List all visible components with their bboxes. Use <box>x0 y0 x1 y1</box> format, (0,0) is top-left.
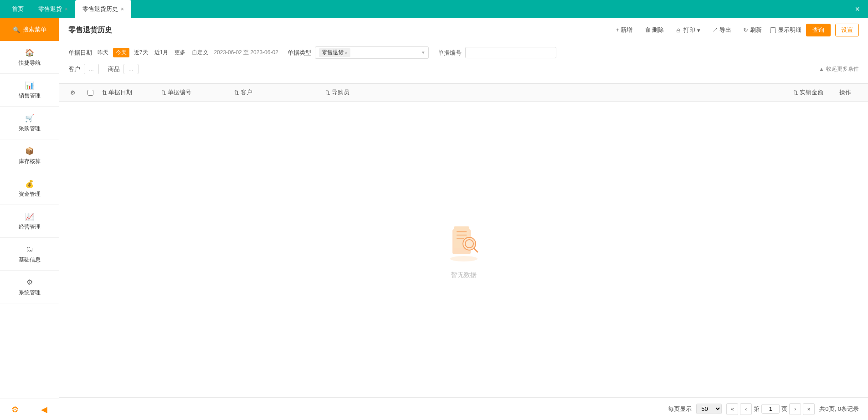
last-page-icon: » <box>807 406 811 412</box>
customer-filter-label: 客户 <box>68 65 80 73</box>
order-no-label: 单据编号 <box>438 49 462 57</box>
export-button[interactable]: ↗ 导出 <box>709 24 735 36</box>
tab-retail-return[interactable]: 零售退货 × <box>31 0 75 18</box>
sort-date-icon: ⇅ <box>102 89 107 96</box>
date-shortcuts: 昨天 今天 近7天 近1月 更多 自定义 <box>96 48 210 57</box>
sidebar-item-operations[interactable]: 📈 经营管理 <box>0 205 59 238</box>
sidebar-item-sales[interactable]: 📊 销售管理 <box>0 74 59 107</box>
th-amount-label: 实销金额 <box>800 88 823 97</box>
date-filter: 单据日期 昨天 今天 近7天 近1月 更多 自定义 2023-06-02 至 2… <box>68 48 278 57</box>
show-detail-checkbox-label[interactable]: 显示明细 <box>770 26 801 34</box>
type-tag-close[interactable]: × <box>345 50 348 56</box>
jump-label: 第 <box>754 405 760 413</box>
table-header: ⚙ ⇅ 单据日期 ⇅ 单据编号 ⇅ 客户 ⇅ <box>59 83 868 102</box>
top-bar: 首页 零售退货 × 零售退货历史 × × <box>0 0 868 18</box>
sidebar-item-inventory[interactable]: 📦 库存核算 <box>0 139 59 172</box>
system-icon: ⚙ <box>25 277 35 287</box>
date-shortcut-1month[interactable]: 近1月 <box>153 48 170 57</box>
type-select-arrow-icon: ▾ <box>422 50 425 56</box>
next-page-button[interactable]: › <box>789 403 801 415</box>
new-button[interactable]: + 新增 <box>612 24 636 36</box>
date-range-display: 2023-06-02 至 2023-06-02 <box>214 49 278 56</box>
sidebar: 🔍 搜索菜单 🏠 快捷导航 📊 销售管理 🛒 采购管理 📦 库存核算 💰 资金管… <box>0 18 59 420</box>
collapse-sidebar-icon[interactable]: ◀ <box>41 405 47 415</box>
search-icon: 🔍 <box>13 26 20 33</box>
tab-retail-return-history-close[interactable]: × <box>121 6 124 12</box>
th-action-label: 操作 <box>839 88 851 97</box>
main-layout: 🔍 搜索菜单 🏠 快捷导航 📊 销售管理 🛒 采购管理 📦 库存核算 💰 资金管… <box>0 18 868 420</box>
finance-icon: 💰 <box>25 179 35 189</box>
page-number-input[interactable] <box>761 404 780 414</box>
page-title: 零售退货历史 <box>68 26 112 35</box>
collapse-filter-button[interactable]: ▲ 收起更多条件 <box>819 62 859 76</box>
sidebar-item-system[interactable]: ⚙ 系统管理 <box>0 271 59 303</box>
sidebar-search-label: 搜索菜单 <box>23 26 46 34</box>
th-guide-label: 导购员 <box>332 88 349 97</box>
print-button[interactable]: 🖨 打印 ▾ <box>672 24 704 36</box>
inventory-icon: 📦 <box>25 146 35 156</box>
date-shortcut-today[interactable]: 今天 <box>113 48 129 57</box>
refresh-button[interactable]: ↻ 刷新 <box>740 24 765 36</box>
delete-button[interactable]: 🗑 删除 <box>641 24 668 36</box>
date-shortcut-yesterday[interactable]: 昨天 <box>96 48 110 57</box>
close-window-button[interactable]: × <box>851 5 863 14</box>
th-guide[interactable]: ⇅ 导购员 <box>322 88 395 97</box>
last-page-button[interactable]: » <box>803 403 815 415</box>
date-shortcut-more[interactable]: 更多 <box>173 48 187 57</box>
th-date[interactable]: ⇅ 单据日期 <box>98 88 158 97</box>
page-title-bar: 零售退货历史 + 新增 🗑 删除 🖨 打印 ▾ ↗ 导出 <box>68 24 859 36</box>
setting-button[interactable]: 设置 <box>835 24 859 36</box>
pagination: 每页显示 10 20 50 100 « ‹ 第 页 › <box>59 397 868 420</box>
per-page-select[interactable]: 10 20 50 100 <box>696 404 722 414</box>
sidebar-bottom: ⚙ ◀ <box>0 399 59 420</box>
per-page-label: 每页显示 <box>668 405 692 413</box>
select-all-checkbox[interactable] <box>87 90 93 96</box>
sidebar-item-basic-info[interactable]: 🗂 基础信息 <box>0 238 59 271</box>
tab-home[interactable]: 首页 <box>5 0 31 18</box>
collapse-icon: ▲ <box>819 66 824 72</box>
empty-illustration <box>441 220 487 266</box>
tab-home-label: 首页 <box>12 5 24 13</box>
content-area: 零售退货历史 + 新增 🗑 删除 🖨 打印 ▾ ↗ 导出 <box>59 18 868 420</box>
sidebar-item-finance[interactable]: 💰 资金管理 <box>0 172 59 205</box>
th-customer[interactable]: ⇅ 客户 <box>231 88 322 97</box>
order-no-filter: 单据编号 <box>438 47 556 58</box>
filter-area: 单据日期 昨天 今天 近7天 近1月 更多 自定义 2023-06-02 至 2… <box>68 42 859 83</box>
th-order-label: 单据编号 <box>168 88 191 97</box>
new-button-label: + 新增 <box>616 26 632 34</box>
date-shortcut-7days[interactable]: 近7天 <box>132 48 150 57</box>
type-select[interactable]: 零售退货 × ▾ <box>315 46 429 59</box>
show-detail-checkbox[interactable] <box>770 27 776 33</box>
collapse-label: 收起更多条件 <box>826 65 859 73</box>
goods-select-button[interactable]: ... <box>123 64 139 74</box>
sidebar-item-basic-info-label: 基础信息 <box>19 256 41 264</box>
tab-retail-return-history[interactable]: 零售退货历史 × <box>75 0 131 18</box>
prev-page-button[interactable]: ‹ <box>740 403 752 415</box>
customer-select-button[interactable]: ... <box>84 64 99 74</box>
basic-info-icon: 🗂 <box>25 244 35 254</box>
th-check[interactable] <box>82 90 98 96</box>
th-order[interactable]: ⇅ 单据编号 <box>158 88 231 97</box>
sidebar-item-purchase-label: 采购管理 <box>19 125 41 133</box>
sort-customer-icon: ⇅ <box>234 89 239 96</box>
th-amount[interactable]: ⇅ 实销金额 <box>768 88 827 97</box>
order-no-input[interactable] <box>465 47 556 58</box>
print-arrow-icon: ▾ <box>697 27 700 34</box>
query-button[interactable]: 查询 <box>806 24 831 36</box>
sidebar-item-quick-nav[interactable]: 🏠 快捷导航 <box>0 41 59 74</box>
sidebar-item-system-label: 系统管理 <box>19 289 41 297</box>
sidebar-search[interactable]: 🔍 搜索菜单 <box>0 18 59 41</box>
page-unit: 页 <box>781 405 787 413</box>
export-button-label: ↗ 导出 <box>712 26 732 34</box>
sidebar-item-purchase[interactable]: 🛒 采购管理 <box>0 107 59 139</box>
tab-retail-return-close[interactable]: × <box>65 6 68 12</box>
delete-button-label: 🗑 删除 <box>645 26 664 34</box>
page-header: 零售退货历史 + 新增 🗑 删除 🖨 打印 ▾ ↗ 导出 <box>59 18 868 83</box>
th-action: 操作 <box>827 88 863 97</box>
prev-page-icon: ‹ <box>745 406 747 412</box>
settings-bottom-icon[interactable]: ⚙ <box>11 405 19 415</box>
date-shortcut-custom[interactable]: 自定义 <box>190 48 210 57</box>
th-settings[interactable]: ⚙ <box>64 89 82 96</box>
operations-icon: 📈 <box>25 211 35 221</box>
first-page-button[interactable]: « <box>726 403 738 415</box>
